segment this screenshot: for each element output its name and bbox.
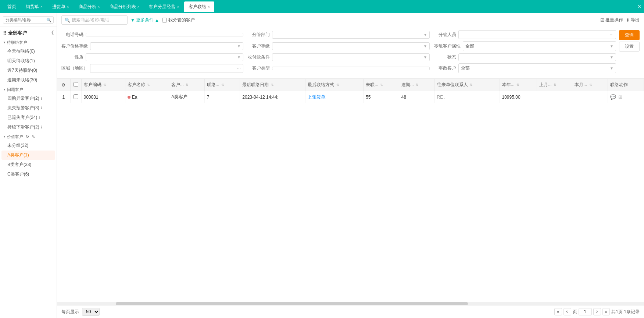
sidebar-item-2-1[interactable]: A类客户(1)	[1, 151, 55, 160]
last-page-button[interactable]: »	[602, 308, 610, 315]
close-tab-icon[interactable]: ×	[208, 5, 210, 9]
sidebar-info-icon: ℹ	[41, 106, 42, 110]
cell-contact2: RE .	[434, 91, 500, 103]
filter-retail-cust-select[interactable]: 全部▼	[458, 63, 616, 73]
col-action: 联络动作	[608, 79, 644, 91]
nav-tab-商品分析列表[interactable]: 商品分析列表×	[105, 1, 144, 12]
col-contact-count[interactable]: 联络... ⇅	[204, 79, 240, 91]
filter-more-button[interactable]: ▼ 更多条件 ▲	[130, 17, 159, 23]
sidebar-item-0-3[interactable]: 逾期未联络(30)	[1, 75, 55, 85]
sidebar-item-1-2[interactable]: 已流失客户(24)ℹ	[1, 113, 55, 122]
sidebar-collapse-icon[interactable]: 《	[49, 30, 54, 36]
col-last-date[interactable]: 最后联络日期 ⇅	[240, 79, 305, 91]
col-overdue[interactable]: 逾期... ⇅	[399, 79, 434, 91]
last-method-link[interactable]: 下销货单	[308, 94, 325, 99]
chat-icon[interactable]: 💬	[610, 94, 616, 100]
filter-region-select[interactable]: ···	[90, 64, 243, 73]
filter-nature-select[interactable]: ▼	[86, 53, 243, 61]
filter-region: 区域（地区） ···	[61, 64, 243, 73]
horizontal-scrollbar[interactable]	[57, 302, 644, 305]
cell-checkbox[interactable]	[70, 91, 81, 103]
cell-this-month	[572, 91, 608, 103]
col-code[interactable]: 客户编码 ⇅	[81, 79, 125, 91]
filter-retail-attr-select[interactable]: 全部▼	[463, 41, 616, 51]
filter-search-box[interactable]: 🔍 搜索商品/名称/电话	[61, 15, 128, 25]
close-tab-icon[interactable]: ×	[177, 5, 179, 9]
sidebar-item-0-0[interactable]: 今天待联络(0)	[1, 47, 55, 56]
select-all-checkbox[interactable]	[74, 82, 78, 87]
nav-tab-客户分层经营[interactable]: 客户分层经营×	[144, 1, 183, 12]
filter-price-level-select[interactable]: ▼	[90, 42, 243, 50]
filter-payment-select[interactable]: ▼	[272, 53, 430, 61]
sidebar-group-triangle: ▼	[3, 135, 6, 138]
sidebar-edit-icon[interactable]: ✎	[32, 134, 35, 139]
filter-cust-type: 客户类型	[248, 65, 430, 71]
export-icon: ⬇	[626, 18, 630, 23]
col-settings[interactable]: ⚙	[57, 79, 70, 91]
my-customers-checkbox[interactable]	[162, 18, 167, 22]
customer-name-text: Ea	[132, 95, 137, 100]
row-checkbox[interactable]	[74, 94, 78, 99]
cell-last-method[interactable]: 下销货单	[305, 91, 364, 103]
sidebar-group-triangle: ▼	[3, 41, 6, 44]
sidebar-refresh-icon[interactable]: ↻	[26, 134, 29, 139]
close-tab-icon[interactable]: ×	[40, 5, 43, 9]
next-page-button[interactable]: >	[593, 308, 601, 315]
grid-icon[interactable]: ⊞	[618, 94, 622, 100]
sidebar: 🔍 ⠿ 全部客户 《 ▼待联络客户今天待联络(0)明天待联络(1)近7天待联络(…	[0, 13, 57, 318]
settings-button[interactable]: 设置	[619, 42, 640, 52]
first-page-button[interactable]: «	[554, 308, 562, 315]
col-uncontacted[interactable]: 未联... ⇅	[364, 79, 399, 91]
sidebar-group-triangle: ▼	[3, 88, 6, 91]
sidebar-item-2-2[interactable]: B类客户(33)	[1, 160, 55, 169]
close-tab-icon[interactable]: ×	[137, 5, 140, 9]
sidebar-item-1-1[interactable]: 流失预警客户(3)ℹ	[1, 103, 55, 113]
filter-cust-type-select[interactable]	[272, 67, 430, 70]
export-button[interactable]: ⬇ 导出	[626, 17, 640, 23]
query-buttons: 查询 设置	[619, 30, 640, 75]
sidebar-item-2-0[interactable]: 未分组(32)	[1, 141, 55, 150]
sidebar-item-1-3[interactable]: 持续下滑客户(2)ℹ	[1, 123, 55, 132]
filter-person-select[interactable]: ···	[458, 30, 616, 39]
prev-page-button[interactable]: <	[564, 308, 571, 315]
sidebar-item-1-0[interactable]: 回购异常客户(2)ℹ	[1, 94, 55, 103]
per-page-select[interactable]: 50	[82, 308, 100, 316]
filter-dept-select[interactable]: ▼	[272, 31, 430, 39]
page-input[interactable]	[579, 308, 592, 315]
nav-tab-商品分析[interactable]: 商品分析×	[74, 1, 104, 12]
batch-op-button[interactable]: ☑ 批量操作	[600, 17, 623, 23]
filter-cust-level-select[interactable]: ▼	[272, 42, 430, 50]
col-contact2[interactable]: 往来单位联系人 ⇅	[434, 79, 500, 91]
sidebar-item-2-3[interactable]: C类客户(6)	[1, 170, 55, 179]
close-tab-icon[interactable]: ×	[67, 5, 69, 9]
filter-my-customers[interactable]: 我分管的客户	[162, 17, 195, 23]
filter-retail-attr-label: 零散客户属性	[434, 43, 461, 49]
close-all-icon[interactable]: ×	[638, 3, 641, 10]
col-name[interactable]: 客户名称 ⇅	[125, 79, 169, 91]
col-this-month[interactable]: 本月... ⇅	[572, 79, 608, 91]
scrollbar-thumb[interactable]	[116, 302, 468, 305]
pagination: « < 页 > » 共1页 1条记录	[554, 308, 640, 315]
col-last-method[interactable]: 最后联络方式 ⇅	[305, 79, 364, 91]
filter-phone: 电话号码	[61, 32, 243, 38]
close-tab-icon[interactable]: ×	[98, 5, 100, 9]
nav-tab-首页[interactable]: 首页	[3, 1, 21, 12]
filter-price-level-label: 客户价格等级	[61, 43, 88, 49]
sidebar-all-customers[interactable]: ⠿ 全部客户 《	[0, 27, 57, 38]
sidebar-item-0-1[interactable]: 明天待联络(1)	[1, 56, 55, 66]
sidebar-item-0-2[interactable]: 近7天待联络(0)	[1, 66, 55, 75]
col-year-amount[interactable]: 本年... ⇅	[500, 79, 537, 91]
filter-price-level: 客户价格等级 ▼	[61, 42, 243, 50]
col-checkbox[interactable]	[70, 79, 81, 91]
sidebar-group-0: ▼待联络客户今天待联络(0)明天待联络(1)近7天待联络(0)逾期未联络(30)	[0, 38, 57, 85]
filter-status-select[interactable]: ▼	[458, 53, 616, 61]
col-type[interactable]: 客户... ⇅	[169, 79, 204, 91]
filter-retail-cust-label: 零散客户	[434, 65, 456, 71]
nav-tab-客户联络[interactable]: 客户联络×	[184, 1, 214, 12]
nav-tab-进货单[interactable]: 进货单×	[48, 1, 74, 12]
nav-tab-销货单[interactable]: 销货单×	[21, 1, 47, 12]
col-last-month[interactable]: 上月... ⇅	[537, 79, 572, 91]
query-button[interactable]: 查询	[619, 30, 640, 40]
filter-phone-input[interactable]	[86, 33, 243, 36]
sidebar-groups: ▼待联络客户今天待联络(0)明天待联络(1)近7天待联络(0)逾期未联络(30)…	[0, 38, 57, 179]
